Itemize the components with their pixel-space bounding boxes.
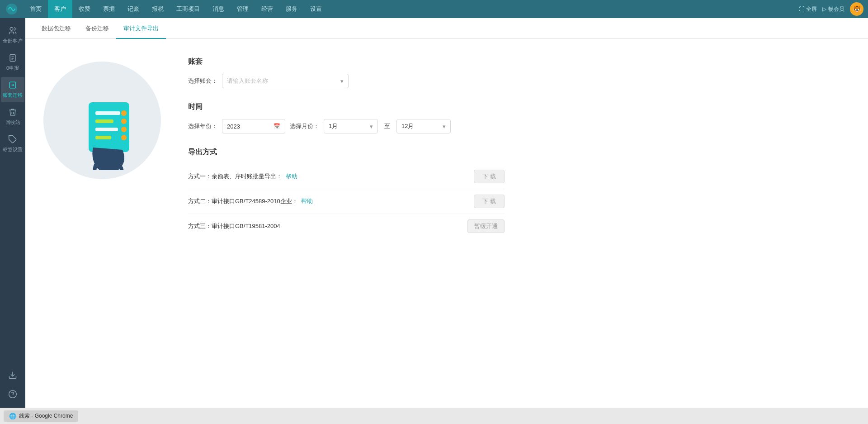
nav-fee[interactable]: 收费 <box>72 0 97 18</box>
method-1-label: 方式一：余额表、序时账批量导出： 帮助 <box>188 172 297 181</box>
year-value: 2023 <box>227 123 240 130</box>
year-label: 选择年份： <box>188 122 217 130</box>
export-method-1: 方式一：余额表、序时账批量导出： 帮助 下 载 <box>188 164 505 189</box>
main-layout: 全部客户 0申报 账套迁移 <box>0 18 868 408</box>
account-select-row: 选择账套： 请输入账套名称 ▾ <box>188 74 505 88</box>
month-end-select[interactable]: 12月 ▾ <box>396 119 451 133</box>
method-3-open-button[interactable]: 暂缓开通 <box>467 219 505 233</box>
top-nav-right: ⛶ 全屏 ▷ 畅会员 🐯 <box>799 2 863 16</box>
illustration-svg <box>57 71 147 170</box>
svg-rect-15 <box>95 136 111 139</box>
sidebar-download[interactable] <box>1 367 24 384</box>
form-area: 账套 选择账套： 请输入账套名称 ▾ 时间 选择年份： 2023 📅 <box>188 52 505 394</box>
month-end-value: 12月 <box>401 122 414 130</box>
help-icon <box>8 390 17 400</box>
illustration-area <box>43 52 161 394</box>
tab-backup-migrate[interactable]: 备份迁移 <box>78 19 116 39</box>
nav-settings[interactable]: 设置 <box>304 0 328 18</box>
divider-1 <box>188 95 505 95</box>
nav-invoice[interactable]: 票据 <box>97 0 121 18</box>
taskbar: 🌐 线索 - Google Chrome <box>0 408 868 424</box>
calendar-icon: 📅 <box>274 123 280 129</box>
account-select-chevron: ▾ <box>340 78 344 85</box>
svg-point-17 <box>121 119 127 124</box>
sidebar-item-tag-settings[interactable]: 标签设置 <box>1 131 24 157</box>
divider-2 <box>188 140 505 140</box>
svg-point-19 <box>121 135 127 140</box>
account-select[interactable]: 请输入账套名称 ▾ <box>222 74 349 88</box>
month-end-chevron: ▾ <box>443 123 446 130</box>
nav-service[interactable]: 服务 <box>279 0 304 18</box>
trash-icon <box>8 108 17 118</box>
sidebar-help[interactable] <box>1 386 24 403</box>
method-1-help-link[interactable]: 帮助 <box>286 173 297 180</box>
svg-rect-2 <box>10 55 15 62</box>
account-select-label: 选择账套： <box>188 77 217 85</box>
svg-point-1 <box>10 28 13 31</box>
export-method-3: 方式三：审计接口GB/T19581-2004 暂缓开通 <box>188 214 505 238</box>
download-icon <box>8 371 17 381</box>
sidebar-bottom <box>0 367 25 408</box>
time-section-title: 时间 <box>188 102 505 112</box>
method-2-download-button[interactable]: 下 载 <box>474 195 505 208</box>
nav-items: 首页 客户 收费 票据 记账 报税 工商项目 消息 管理 经营 服务 设置 <box>24 0 799 18</box>
nav-business[interactable]: 工商项目 <box>170 0 206 18</box>
tab-data-migrate[interactable]: 数据包迁移 <box>34 19 78 39</box>
to-label: 至 <box>382 122 392 130</box>
sidebar-item-trash[interactable]: 回收站 <box>1 104 24 129</box>
app-logo <box>5 2 19 16</box>
nav-home[interactable]: 首页 <box>24 0 48 18</box>
sidebar-item-zero-declare[interactable]: 0申报 <box>1 50 24 75</box>
zero-declare-icon <box>8 53 17 63</box>
sidebar-item-all-customers[interactable]: 全部客户 <box>1 23 24 48</box>
chrome-icon: 🌐 <box>9 413 16 419</box>
nav-tax[interactable]: 报税 <box>146 0 170 18</box>
method-1-download-button[interactable]: 下 载 <box>474 170 505 183</box>
nav-business-ops[interactable]: 经营 <box>255 0 279 18</box>
month-start-select[interactable]: 1月 ▾ <box>324 119 378 133</box>
account-select-placeholder: 请输入账套名称 <box>227 77 268 85</box>
method-2-label: 方式二：审计接口GB/T24589-2010企业： 帮助 <box>188 197 313 205</box>
users-icon <box>8 26 17 36</box>
month-start-value: 1月 <box>329 122 338 130</box>
month-label: 选择月份： <box>290 122 319 130</box>
year-input[interactable]: 2023 📅 <box>222 119 285 133</box>
migrate-icon <box>8 81 17 91</box>
content-area: 数据包迁移 备份迁移 审计文件导出 <box>25 18 868 408</box>
top-navigation: 首页 客户 收费 票据 记账 报税 工商项目 消息 管理 经营 服务 设置 ⛶ … <box>0 0 868 18</box>
method-2-help-link[interactable]: 帮助 <box>301 198 313 205</box>
nav-manage[interactable]: 管理 <box>231 0 255 18</box>
svg-point-18 <box>121 127 127 132</box>
svg-rect-13 <box>95 119 113 123</box>
account-section-title: 账套 <box>188 57 505 67</box>
vip-icon: ▷ <box>822 6 826 12</box>
illustration-circle <box>43 62 161 179</box>
svg-point-9 <box>9 391 17 398</box>
taskbar-chrome-item[interactable]: 🌐 线索 - Google Chrome <box>4 410 78 422</box>
nav-message[interactable]: 消息 <box>206 0 231 18</box>
avatar[interactable]: 🐯 <box>850 2 863 16</box>
time-select-row: 选择年份： 2023 📅 选择月份： 1月 ▾ 至 12月 ▾ <box>188 119 505 133</box>
nav-customer[interactable]: 客户 <box>48 0 72 18</box>
month-start-chevron: ▾ <box>370 123 373 130</box>
fullscreen-icon: ⛶ <box>799 6 804 12</box>
svg-point-16 <box>121 110 127 116</box>
fullscreen-button[interactable]: ⛶ 全屏 <box>799 5 817 13</box>
method-3-label: 方式三：审计接口GB/T19581-2004 <box>188 222 280 230</box>
svg-rect-14 <box>95 128 118 131</box>
sidebar: 全部客户 0申报 账套迁移 <box>0 18 25 408</box>
vip-button[interactable]: ▷ 畅会员 <box>822 5 844 13</box>
tag-icon <box>8 135 17 145</box>
page-content: 账套 选择账套： 请输入账套名称 ▾ 时间 选择年份： 2023 📅 <box>25 39 868 408</box>
nav-accounting[interactable]: 记账 <box>121 0 146 18</box>
svg-rect-12 <box>95 111 120 115</box>
taskbar-chrome-label: 线索 - Google Chrome <box>19 412 73 420</box>
sidebar-item-migrate[interactable]: 账套迁移 <box>1 77 24 102</box>
tab-audit-export[interactable]: 审计文件导出 <box>116 19 166 39</box>
export-section-title: 导出方式 <box>188 148 505 157</box>
export-method-2: 方式二：审计接口GB/T24589-2010企业： 帮助 下 载 <box>188 189 505 214</box>
tabs-bar: 数据包迁移 备份迁移 审计文件导出 <box>25 18 868 39</box>
